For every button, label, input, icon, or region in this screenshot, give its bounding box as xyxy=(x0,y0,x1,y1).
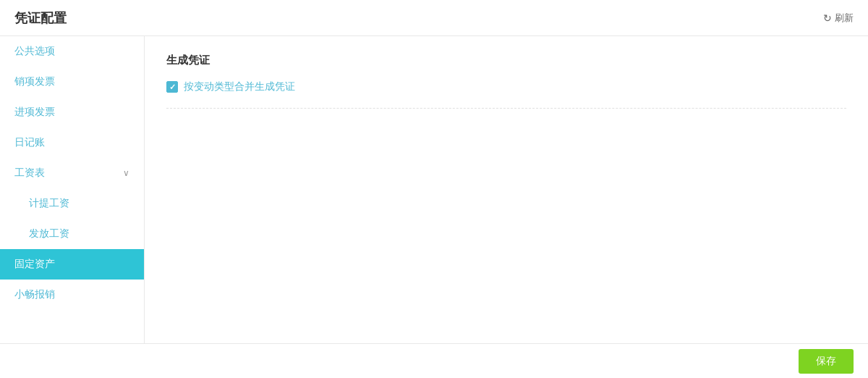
sidebar-item-sales-invoice[interactable]: 销项发票 xyxy=(0,67,144,97)
chevron-down-icon: ∨ xyxy=(123,168,129,178)
refresh-label: 刷新 xyxy=(835,12,854,25)
content-area: 生成凭证 按变动类型合并生成凭证 xyxy=(145,36,868,343)
sidebar: 公共选项销项发票进项发票日记账工资表∨计提工资发放工资固定资产小畅报销 xyxy=(0,36,145,343)
sidebar-item-journal[interactable]: 日记账 xyxy=(0,127,144,158)
header: 凭证配置 ↻ 刷新 xyxy=(0,0,868,36)
sidebar-item-purchase-invoice[interactable]: 进项发票 xyxy=(0,97,144,127)
checkbox-label[interactable]: 按变动类型合并生成凭证 xyxy=(184,80,295,93)
sidebar-item-public[interactable]: 公共选项 xyxy=(0,36,144,67)
sidebar-label-fixed-assets: 固定资产 xyxy=(14,258,55,271)
sidebar-item-payment[interactable]: 发放工资 xyxy=(0,219,144,249)
refresh-button[interactable]: ↻ 刷新 xyxy=(823,12,854,25)
sidebar-label-journal: 日记账 xyxy=(14,136,45,149)
footer-bar: 保存 xyxy=(0,343,868,378)
sidebar-item-payroll[interactable]: 工资表∨ xyxy=(0,158,144,188)
section-title: 生成凭证 xyxy=(166,54,846,67)
sidebar-item-fixed-assets[interactable]: 固定资产 xyxy=(0,249,144,280)
merge-by-type-checkbox[interactable] xyxy=(166,81,178,93)
sidebar-label-purchase-invoice: 进项发票 xyxy=(14,106,55,119)
sidebar-label-sales-invoice: 销项发票 xyxy=(14,75,55,88)
refresh-icon: ↻ xyxy=(823,12,832,24)
sidebar-label-public: 公共选项 xyxy=(14,45,55,58)
sidebar-label-expense: 小畅报销 xyxy=(14,288,55,301)
main-layout: 公共选项销项发票进项发票日记账工资表∨计提工资发放工资固定资产小畅报销 生成凭证… xyxy=(0,36,868,343)
sidebar-label-commission: 计提工资 xyxy=(29,197,69,210)
sidebar-label-payroll: 工资表 xyxy=(14,167,45,180)
section-divider xyxy=(166,108,846,109)
save-button[interactable]: 保存 xyxy=(799,349,854,374)
sidebar-item-expense[interactable]: 小畅报销 xyxy=(0,280,144,310)
sidebar-item-commission[interactable]: 计提工资 xyxy=(0,188,144,219)
sidebar-label-payment: 发放工资 xyxy=(29,227,69,240)
checkbox-row: 按变动类型合并生成凭证 xyxy=(166,80,846,93)
page-title: 凭证配置 xyxy=(14,9,67,27)
